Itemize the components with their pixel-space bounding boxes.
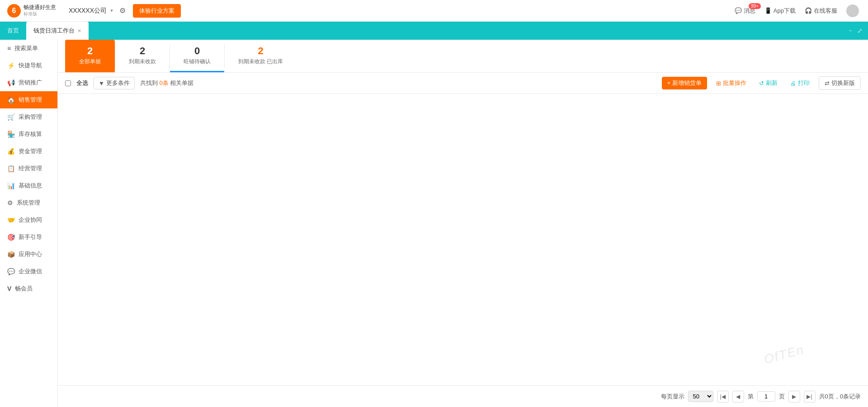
- print-icon: 🖨: [790, 80, 796, 87]
- main-layout: ≡ 搜索菜单 ⚡ 快捷导航 📢 营销推广 🏠 销售管理 🛒 采购管理 🏪 库存核…: [0, 40, 868, 407]
- sidebar-item-inventory[interactable]: 🏪 库存核算: [0, 126, 57, 143]
- sidebar-item-search[interactable]: ≡ 搜索菜单: [0, 40, 57, 57]
- filter-label: 更多条件: [106, 79, 130, 87]
- add-sales-order-button[interactable]: + 新增销货单: [662, 77, 707, 89]
- sidebar-label-quick-nav: 快捷导航: [19, 61, 42, 70]
- sidebar-item-quick-nav[interactable]: ⚡ 快捷导航: [0, 57, 57, 74]
- table-area: [58, 94, 868, 385]
- content-area: 2 全部单据 2 到期未收款 0 旺铺待确认 2 到期未收款 已出库 全选: [58, 40, 868, 407]
- sidebar-label-search: 搜索菜单: [14, 44, 38, 52]
- sidebar-label-inventory: 库存核算: [19, 130, 42, 138]
- sidebar-label-purchase: 采购管理: [19, 113, 42, 121]
- prev-page-button[interactable]: ◀: [732, 391, 744, 402]
- sidebar-item-enterprise[interactable]: 🤝 企业协同: [0, 211, 57, 229]
- tab-cash-goods-label: 钱货日清工作台: [33, 27, 75, 35]
- app-download-icon: 📱: [764, 7, 772, 14]
- sidebar-item-purchase[interactable]: 🛒 采购管理: [0, 108, 57, 126]
- select-all-checkbox[interactable]: [65, 80, 71, 86]
- tab-bar: 首页 钱货日清工作台 ✕ － ⤢: [0, 22, 868, 40]
- tab-maximize-icon[interactable]: ⤢: [857, 27, 863, 34]
- switch-version-button[interactable]: ⇄ 切换新版: [819, 76, 861, 90]
- per-page-label: 每页显示: [661, 393, 684, 401]
- filter-button[interactable]: ▼ 更多条件: [94, 77, 135, 89]
- online-service-item[interactable]: 🎧 在线客服: [805, 7, 837, 15]
- tab-minimize-icon[interactable]: －: [847, 27, 854, 35]
- sidebar-label-guide: 新手引导: [19, 233, 42, 241]
- all-label: 全部单据: [79, 58, 101, 65]
- summary-tab-wangpu[interactable]: 0 旺铺待确认: [170, 40, 224, 72]
- refresh-button[interactable]: ↺ 刷新: [755, 77, 781, 89]
- tab-cash-goods[interactable]: 钱货日清工作台 ✕: [26, 22, 89, 40]
- trial-button[interactable]: 体验行业方案: [133, 4, 181, 18]
- first-page-button[interactable]: |◀: [717, 391, 729, 402]
- sidebar-label-sales: 销售管理: [19, 96, 42, 104]
- unshipped-count: 2: [258, 45, 264, 57]
- online-service-icon: 🎧: [805, 7, 812, 14]
- inventory-icon: 🏪: [7, 131, 15, 138]
- pagination-bar: 每页显示 50 20 100 |◀ ◀ 第 页 ▶ ▶| 共0页，0条记录: [58, 385, 868, 407]
- select-all-label: 全选: [76, 79, 88, 87]
- page-input[interactable]: [757, 391, 775, 402]
- company-name: XXXXXX公司: [69, 7, 107, 15]
- app-center-icon: 📦: [7, 251, 15, 258]
- all-count: 2: [87, 45, 93, 57]
- logo-sub: 标准版: [24, 11, 56, 17]
- basic-info-icon: 📊: [7, 182, 15, 189]
- summary-tab-overdue[interactable]: 2 到期未收款: [115, 40, 170, 72]
- batch-operation-button[interactable]: ⊞ 批量操作: [712, 77, 750, 89]
- settings-icon[interactable]: ⚙: [119, 6, 126, 15]
- sidebar-item-system[interactable]: ⚙ 系统管理: [0, 194, 57, 211]
- summary-tabs: 2 全部单据 2 到期未收款 0 旺铺待确认 2 到期未收款 已出库: [58, 40, 868, 73]
- batch-icon: ⊞: [716, 80, 721, 87]
- sidebar-item-marketing[interactable]: 📢 营销推广: [0, 74, 57, 91]
- sidebar-item-sales[interactable]: 🏠 销售管理: [0, 91, 57, 108]
- summary-tab-all[interactable]: 2 全部单据: [65, 40, 115, 72]
- total-records: 共0页，0条记录: [819, 393, 861, 401]
- search-menu-icon: ≡: [7, 45, 11, 52]
- sidebar: ≡ 搜索菜单 ⚡ 快捷导航 📢 营销推广 🏠 销售管理 🛒 采购管理 🏪 库存核…: [0, 40, 58, 407]
- online-service-label: 在线客服: [814, 7, 837, 15]
- sidebar-label-system: 系统管理: [17, 199, 40, 207]
- sidebar-item-guide[interactable]: 🎯 新手引导: [0, 229, 57, 246]
- sidebar-item-basic-info[interactable]: 📊 基础信息: [0, 177, 57, 194]
- wechat-icon: 💬: [7, 268, 15, 275]
- overdue-count: 2: [140, 45, 145, 57]
- tab-bar-actions: － ⤢: [847, 22, 868, 40]
- enterprise-icon: 🤝: [7, 216, 15, 224]
- company-selector[interactable]: XXXXXX公司 ▼: [69, 7, 114, 15]
- sidebar-label-enterprise: 企业协同: [19, 216, 42, 224]
- wangpu-label: 旺铺待确认: [184, 58, 211, 65]
- tab-close-icon[interactable]: ✕: [77, 28, 81, 34]
- tab-home-label: 首页: [7, 27, 19, 35]
- app-download-label: App下载: [774, 7, 796, 15]
- print-button[interactable]: 🖨 打印: [787, 77, 813, 89]
- finance-icon: 💰: [7, 148, 15, 155]
- sidebar-label-finance: 资金管理: [19, 147, 42, 155]
- overdue-label: 到期未收款: [129, 58, 156, 65]
- next-page-button[interactable]: ▶: [788, 391, 800, 402]
- member-icon: V: [7, 285, 11, 292]
- sidebar-item-app-center[interactable]: 📦 应用中心: [0, 246, 57, 263]
- tab-home[interactable]: 首页: [0, 22, 26, 40]
- chevron-down-icon: ▼: [109, 8, 114, 13]
- sidebar-item-operations[interactable]: 📋 经营管理: [0, 160, 57, 177]
- sidebar-item-wechat[interactable]: 💬 企业微信: [0, 263, 57, 280]
- toolbar-right: + 新增销货单 ⊞ 批量操作 ↺ 刷新 🖨 打印 ⇄ 切换新版: [662, 76, 861, 90]
- last-page-button[interactable]: ▶|: [804, 391, 816, 402]
- message-item[interactable]: 💬 消息 99+: [735, 7, 755, 15]
- sidebar-label-wechat: 企业微信: [19, 267, 42, 276]
- summary-tab-unshipped[interactable]: 2 到期未收款 已出库: [225, 40, 297, 72]
- sidebar-item-member[interactable]: V 畅会员: [0, 280, 57, 297]
- operations-icon: 📋: [7, 165, 15, 172]
- sidebar-label-member: 畅会员: [15, 285, 33, 293]
- sidebar-item-finance[interactable]: 💰 资金管理: [0, 143, 57, 160]
- app-download-item[interactable]: 📱 App下载: [764, 7, 796, 15]
- sidebar-label-operations: 经营管理: [19, 164, 42, 173]
- found-text: 共找到 0条 相关单据: [140, 79, 193, 87]
- user-avatar-item[interactable]: [846, 5, 861, 17]
- avatar: [846, 5, 859, 17]
- system-icon: ⚙: [7, 199, 13, 206]
- per-page-select[interactable]: 50 20 100: [688, 391, 713, 402]
- switch-icon: ⇄: [825, 80, 830, 87]
- sales-icon: 🏠: [7, 96, 15, 103]
